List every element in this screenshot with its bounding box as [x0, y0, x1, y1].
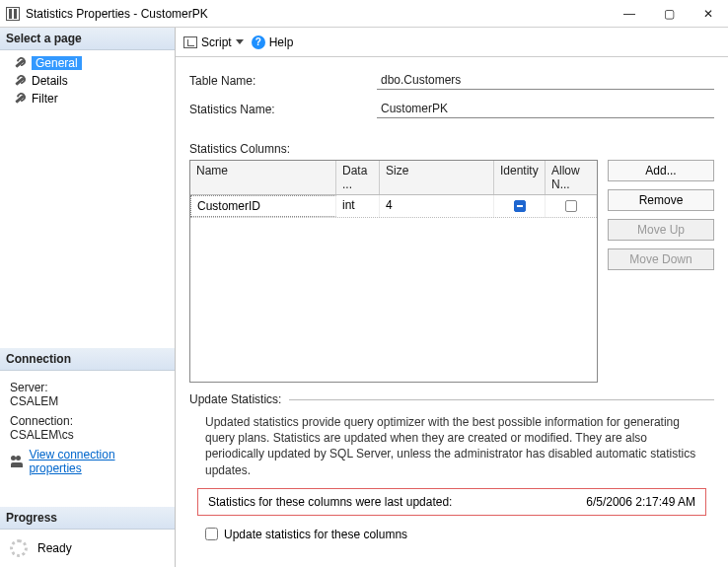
col-header-name[interactable]: Name [190, 161, 336, 194]
cell-allownulls [546, 195, 597, 217]
stats-columns-grid[interactable]: Name Data ... Size Identity Allow N... C… [189, 160, 598, 383]
server-label: Server: [10, 381, 165, 394]
form-area: Table Name: Statistics Name: [176, 57, 728, 136]
col-header-identity[interactable]: Identity [494, 161, 546, 194]
help-button[interactable]: ? Help [252, 35, 294, 49]
last-updated-row: Statistics for these columns were last u… [197, 488, 706, 516]
left-pane: Select a page General Details Filter Con… [0, 28, 176, 567]
server-value: CSALEM [10, 394, 165, 408]
page-item-filter[interactable]: Filter [0, 90, 175, 107]
update-checkbox-label: Update statistics for these columns [224, 528, 407, 541]
update-checkbox-row: Update statistics for these columns [205, 528, 714, 541]
add-button[interactable]: Add... [608, 160, 714, 181]
progress-body: Ready [0, 530, 175, 567]
minimize-button[interactable]: — [610, 0, 649, 28]
help-label: Help [269, 35, 294, 49]
spinner-icon [10, 539, 28, 557]
update-header-row: Update Statistics: [189, 392, 714, 406]
cell-size: 4 [380, 195, 494, 217]
col-header-allownulls[interactable]: Allow N... [546, 161, 597, 194]
right-pane: Script ? Help Table Name: Statistics Nam… [176, 28, 728, 567]
col-header-datatype[interactable]: Data ... [336, 161, 380, 194]
view-connection-properties-link[interactable]: View connection properties [29, 448, 165, 475]
titlebar: Statistics Properties - CustomerPK — ▢ ✕ [0, 0, 728, 28]
button-column: Add... Remove Move Up Move Down [608, 160, 714, 383]
remove-button[interactable]: Remove [608, 189, 714, 211]
table-name-row: Table Name: [189, 71, 714, 90]
app-icon [6, 7, 20, 21]
connection-value: CSALEM\cs [10, 428, 165, 442]
page-item-details[interactable]: Details [0, 72, 175, 90]
page-label: Details [32, 74, 68, 88]
close-button[interactable]: ✕ [689, 0, 728, 28]
people-icon [10, 456, 23, 467]
progress-header: Progress [0, 507, 175, 530]
maximize-button[interactable]: ▢ [649, 0, 689, 28]
window-title: Statistics Properties - CustomerPK [26, 7, 610, 21]
page-list: General Details Filter [0, 50, 175, 119]
last-updated-label: Statistics for these columns were last u… [208, 495, 586, 509]
content: Select a page General Details Filter Con… [0, 28, 728, 567]
page-label: General [32, 56, 82, 70]
update-description: Updated statistics provide query optimiz… [205, 414, 706, 478]
page-item-general[interactable]: General [0, 54, 175, 72]
wrench-icon [14, 93, 26, 105]
col-header-size[interactable]: Size [380, 161, 494, 194]
update-header: Update Statistics: [189, 392, 281, 406]
grid-area: Name Data ... Size Identity Allow N... C… [176, 160, 728, 383]
connection-label: Connection: [10, 414, 165, 428]
move-down-button[interactable]: Move Down [608, 248, 714, 270]
chevron-down-icon [236, 39, 244, 44]
last-updated-value: 6/5/2006 2:17:49 AM [586, 495, 695, 509]
cell-datatype: int [336, 195, 380, 217]
table-name-input[interactable] [377, 71, 714, 90]
stats-name-input[interactable] [377, 100, 714, 118]
cell-name: CustomerID [190, 195, 336, 217]
table-name-label: Table Name: [189, 74, 377, 88]
view-connection-row: View connection properties [10, 448, 165, 475]
connection-header: Connection [0, 348, 175, 371]
script-button[interactable]: Script [183, 35, 244, 49]
update-statistics-section: Update Statistics: Updated statistics pr… [176, 383, 728, 549]
stats-name-row: Statistics Name: [189, 100, 714, 118]
stats-name-label: Statistics Name: [189, 103, 377, 116]
wrench-icon [14, 75, 26, 87]
script-label: Script [201, 35, 232, 49]
connection-body: Server: CSALEM Connection: CSALEM\cs Vie… [0, 371, 175, 481]
update-stats-checkbox[interactable] [205, 528, 218, 540]
stats-columns-label: Statistics Columns: [189, 142, 714, 156]
separator [289, 399, 714, 400]
select-page-header: Select a page [0, 28, 175, 50]
window-buttons: — ▢ ✕ [610, 0, 728, 28]
allownulls-checkbox [565, 200, 577, 212]
progress-status: Ready [37, 541, 72, 555]
help-icon: ? [252, 35, 265, 49]
grid-row[interactable]: CustomerID int 4 [190, 195, 597, 218]
cell-identity [494, 195, 546, 217]
script-icon [183, 36, 197, 48]
grid-header: Name Data ... Size Identity Allow N... [190, 161, 597, 195]
wrench-icon [14, 57, 26, 69]
toolbar: Script ? Help [176, 28, 728, 57]
identity-checkbox [514, 200, 526, 212]
move-up-button[interactable]: Move Up [608, 219, 714, 241]
page-label: Filter [32, 92, 58, 106]
